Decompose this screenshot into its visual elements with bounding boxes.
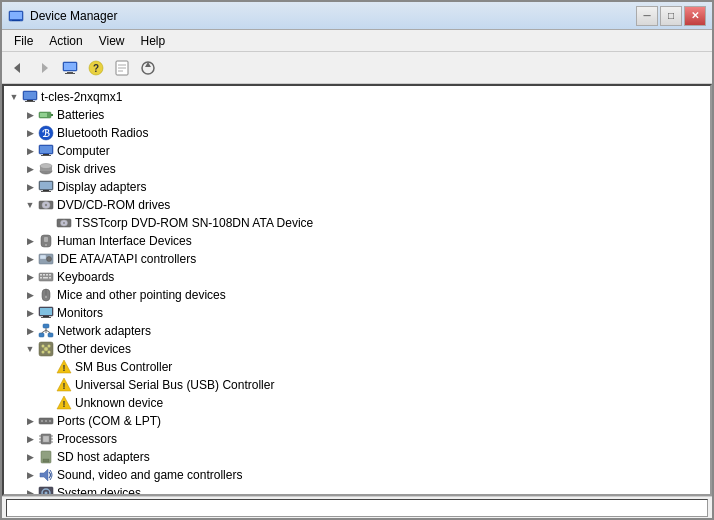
help-button[interactable]: ?	[84, 56, 108, 80]
root-expander[interactable]: ▼	[6, 89, 22, 105]
system-expander[interactable]: ▶	[22, 485, 38, 496]
dvd-expander[interactable]: ▼	[22, 197, 38, 213]
svg-rect-54	[40, 277, 42, 279]
menu-file[interactable]: File	[6, 32, 41, 50]
close-button[interactable]: ✕	[684, 6, 706, 26]
tree-mice[interactable]: ▶ Mice and other pointing devices	[4, 286, 710, 304]
usb-ctrl-label: Universal Serial Bus (USB) Controller	[75, 378, 274, 392]
svg-rect-29	[41, 155, 51, 156]
svg-rect-19	[27, 100, 33, 101]
disk-expander[interactable]: ▶	[22, 161, 38, 177]
tree-keyboards[interactable]: ▶ Keyboards	[4, 268, 710, 286]
hid-expander[interactable]: ▶	[22, 233, 38, 249]
tree-ide[interactable]: ▶ IDE ATA/ATAPI controllers	[4, 250, 710, 268]
svg-line-69	[46, 330, 51, 333]
toolbar: ?	[2, 52, 712, 84]
svg-rect-35	[43, 190, 49, 191]
window-icon	[8, 8, 24, 24]
svg-point-32	[40, 164, 52, 169]
tree-root[interactable]: ▼ t-cles-2nxqmx1	[4, 88, 710, 106]
bluetooth-icon: ℬ	[38, 125, 54, 141]
content-area: ▼ t-cles-2nxqmx1 ▶	[2, 84, 712, 496]
forward-button[interactable]	[32, 56, 56, 80]
tree-hid[interactable]: ▶ Human Interface Devices	[4, 232, 710, 250]
tree-unknown[interactable]: ! Unknown device	[4, 394, 710, 412]
svg-rect-44	[44, 237, 48, 242]
other-expander[interactable]: ▼	[22, 341, 38, 357]
ide-icon	[38, 251, 54, 267]
tree-batteries[interactable]: ▶ Batteries	[4, 106, 710, 124]
tree-processors[interactable]: ▶ Processors	[4, 430, 710, 448]
svg-text:!: !	[63, 363, 66, 373]
tree-disk[interactable]: ▶ Disk drives	[4, 160, 710, 178]
svg-rect-27	[40, 146, 52, 153]
processors-expander[interactable]: ▶	[22, 431, 38, 447]
unknown-label: Unknown device	[75, 396, 163, 410]
hid-label: Human Interface Devices	[57, 234, 192, 248]
bluetooth-expander[interactable]: ▶	[22, 125, 38, 141]
mice-expander[interactable]: ▶	[22, 287, 38, 303]
menu-view[interactable]: View	[91, 32, 133, 50]
smbus-label: SM Bus Controller	[75, 360, 172, 374]
status-text	[6, 499, 708, 517]
tree-system[interactable]: ▶ System devices	[4, 484, 710, 496]
svg-rect-23	[40, 113, 47, 117]
tree-dvd[interactable]: ▼ DVD/CD-ROM drives	[4, 196, 710, 214]
tree-display[interactable]: ▶ Display adapters	[4, 178, 710, 196]
tree-sound[interactable]: ▶ Sound, video and game controllers	[4, 466, 710, 484]
svg-rect-34	[40, 182, 52, 189]
svg-rect-87	[43, 436, 49, 442]
tree-bluetooth[interactable]: ▶ ℬ Bluetooth Radios	[4, 124, 710, 142]
monitors-expander[interactable]: ▶	[22, 305, 38, 321]
tree-dvditem[interactable]: ▶ TSSTcorp DVD-ROM SN-108DN ATA Device	[4, 214, 710, 232]
status-bar	[2, 496, 712, 518]
tree-ports[interactable]: ▶ Ports (COM & LPT)	[4, 412, 710, 430]
menu-help[interactable]: Help	[133, 32, 174, 50]
tree-monitors[interactable]: ▶ Monitors	[4, 304, 710, 322]
batteries-expander[interactable]: ▶	[22, 107, 38, 123]
svg-rect-36	[41, 191, 51, 192]
svg-point-74	[48, 351, 51, 354]
computer-expander[interactable]: ▶	[22, 143, 38, 159]
sound-label: Sound, video and game controllers	[57, 468, 242, 482]
svg-rect-53	[49, 274, 51, 276]
sdhost-expander[interactable]: ▶	[22, 449, 38, 465]
system-label: System devices	[57, 486, 141, 496]
keyboards-expander[interactable]: ▶	[22, 269, 38, 285]
dvditem-label: TSSTcorp DVD-ROM SN-108DN ATA Device	[75, 216, 313, 230]
svg-point-48	[47, 257, 52, 262]
window-controls: ─ □ ✕	[636, 6, 706, 26]
network-expander[interactable]: ▶	[22, 323, 38, 339]
tree-network[interactable]: ▶ Network adapters	[4, 322, 710, 340]
back-button[interactable]	[6, 56, 30, 80]
ide-expander[interactable]: ▶	[22, 251, 38, 267]
properties-button[interactable]	[110, 56, 134, 80]
network-label: Network adapters	[57, 324, 151, 338]
update-driver-button[interactable]	[136, 56, 160, 80]
tree-usb-ctrl[interactable]: ! Universal Serial Bus (USB) Controller	[4, 376, 710, 394]
svg-marker-96	[40, 469, 48, 481]
device-manager-window: Device Manager ─ □ ✕ File Action View He…	[0, 0, 714, 520]
device-tree[interactable]: ▼ t-cles-2nxqmx1 ▶	[2, 84, 712, 496]
tree-sdhost[interactable]: ▶ SD host adapters	[4, 448, 710, 466]
device-manager-icon-btn[interactable]	[58, 56, 82, 80]
tree-smbus[interactable]: ! SM Bus Controller	[4, 358, 710, 376]
svg-marker-3	[14, 63, 20, 73]
tree-other[interactable]: ▼ Other devices	[4, 340, 710, 358]
menu-action[interactable]: Action	[41, 32, 90, 50]
other-icon	[38, 341, 54, 357]
svg-rect-18	[24, 92, 36, 99]
minimize-button[interactable]: ─	[636, 6, 658, 26]
sound-expander[interactable]: ▶	[22, 467, 38, 483]
warning-icon: !	[56, 359, 72, 375]
ports-expander[interactable]: ▶	[22, 413, 38, 429]
svg-point-59	[45, 296, 47, 298]
tree-computer[interactable]: ▶ Computer	[4, 142, 710, 160]
system-icon	[38, 485, 54, 496]
sdhost-label: SD host adapters	[57, 450, 150, 464]
maximize-button[interactable]: □	[660, 6, 682, 26]
ide-label: IDE ATA/ATAPI controllers	[57, 252, 196, 266]
svg-point-39	[45, 204, 47, 206]
display-expander[interactable]: ▶	[22, 179, 38, 195]
svg-rect-22	[51, 114, 53, 116]
